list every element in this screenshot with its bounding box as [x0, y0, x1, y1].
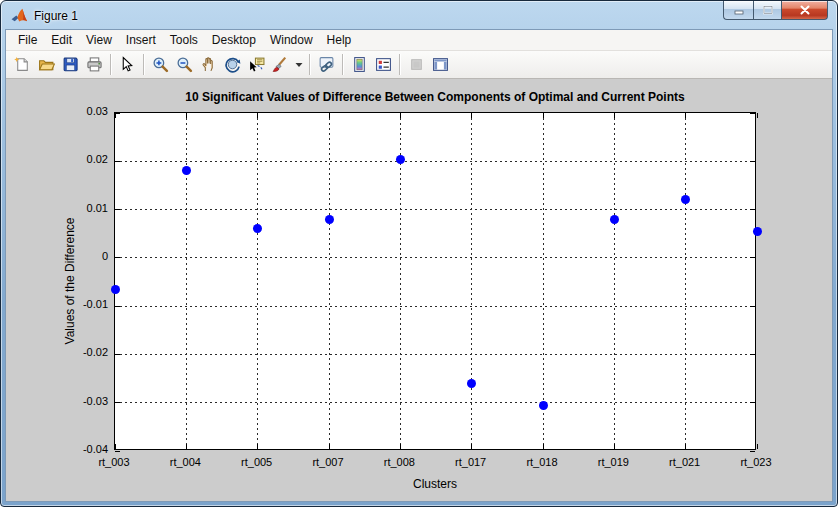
insert-legend-button[interactable]: [371, 53, 395, 77]
x-tick-label: rt_021: [645, 456, 725, 468]
x-tick-bottom: [543, 444, 544, 449]
x-tick-label: rt_005: [217, 456, 297, 468]
x-tick-bottom: [685, 444, 686, 449]
legend-icon: [375, 56, 392, 73]
x-tick-label: rt_019: [573, 456, 653, 468]
insert-colorbar-button[interactable]: [347, 53, 371, 77]
v-gridline: [257, 113, 258, 449]
menu-bar: FileEditViewInsertToolsDesktopWindowHelp: [6, 30, 832, 51]
save-figure-icon: [62, 56, 79, 73]
zoom-out-button[interactable]: [172, 53, 196, 77]
y-axis-label: Values of the Difference: [63, 218, 77, 345]
v-gridline: [543, 113, 544, 449]
toolbar-separator: [342, 54, 343, 75]
x-tick-bottom: [614, 444, 615, 449]
data-point[interactable]: [467, 379, 476, 388]
x-tick-top: [186, 113, 187, 118]
x-tick-top: [115, 113, 116, 118]
chevron-down-icon: [295, 62, 303, 68]
menu-item-desktop[interactable]: Desktop: [205, 31, 263, 50]
y-tick-left: [115, 257, 120, 258]
hide-plot-tools-button[interactable]: [404, 53, 428, 77]
x-tick-top: [257, 113, 258, 118]
menu-item-window[interactable]: Window: [263, 31, 320, 50]
y-tick-right: [750, 209, 755, 210]
h-gridline: [115, 209, 755, 210]
data-point[interactable]: [253, 224, 262, 233]
data-cursor-icon: [248, 56, 265, 73]
figure-client-area: FileEditViewInsertToolsDesktopWindowHelp: [5, 29, 833, 502]
figure-canvas: 10 Significant Values of Difference Betw…: [6, 79, 832, 502]
toolbar-separator: [399, 54, 400, 75]
plot-title: 10 Significant Values of Difference Betw…: [114, 90, 756, 104]
y-tick-right: [750, 402, 755, 403]
save-figure-button[interactable]: [58, 53, 82, 77]
x-tick-bottom: [400, 444, 401, 449]
show-plot-tools-button[interactable]: [428, 53, 452, 77]
y-tick-right: [750, 161, 755, 162]
y-tick-left: [115, 161, 120, 162]
maximize-button[interactable]: [753, 1, 782, 20]
data-point[interactable]: [182, 166, 191, 175]
close-button[interactable]: [782, 1, 828, 20]
colorbar-icon: [351, 56, 368, 73]
data-point[interactable]: [325, 215, 334, 224]
hide-plot-tools-icon: [408, 56, 425, 73]
h-gridline: [115, 306, 755, 307]
brush-dropdown-button[interactable]: [292, 53, 305, 77]
x-tick-top: [543, 113, 544, 118]
matlab-icon: [11, 8, 28, 25]
menu-item-tools[interactable]: Tools: [163, 31, 205, 50]
window-controls: [723, 1, 828, 20]
data-point[interactable]: [539, 401, 548, 410]
link-plot-icon: [318, 56, 335, 73]
open-file-button[interactable]: [34, 53, 58, 77]
link-plot-button[interactable]: [314, 53, 338, 77]
rotate-3d-button[interactable]: [220, 53, 244, 77]
brush-button[interactable]: [268, 53, 292, 77]
minimize-button[interactable]: [723, 1, 753, 20]
x-tick-label: rt_007: [288, 456, 368, 468]
print-figure-icon: [86, 56, 103, 73]
v-gridline: [186, 113, 187, 449]
y-tick-right: [750, 451, 755, 452]
x-tick-label: rt_003: [74, 456, 154, 468]
v-gridline: [614, 113, 615, 449]
data-point[interactable]: [111, 285, 120, 294]
h-gridline: [115, 257, 755, 258]
x-tick-bottom: [471, 444, 472, 449]
y-tick-left: [115, 354, 120, 355]
close-icon: [799, 5, 811, 15]
window-title: Figure 1: [34, 9, 78, 23]
data-cursor-button[interactable]: [244, 53, 268, 77]
plot-area[interactable]: [114, 112, 756, 450]
toolbar-separator: [110, 54, 111, 75]
edit-plot-button[interactable]: [115, 53, 139, 77]
data-point[interactable]: [753, 227, 762, 236]
menu-item-insert[interactable]: Insert: [119, 31, 163, 50]
v-gridline: [685, 113, 686, 449]
x-tick-bottom: [257, 444, 258, 449]
x-tick-label: rt_004: [145, 456, 225, 468]
x-tick-label: rt_018: [502, 456, 582, 468]
data-point[interactable]: [681, 195, 690, 204]
x-tick-top: [400, 113, 401, 118]
new-figure-button[interactable]: [10, 53, 34, 77]
rotate-3d-icon: [224, 56, 241, 73]
data-point[interactable]: [396, 155, 405, 164]
y-tick-right: [750, 354, 755, 355]
pan-button[interactable]: [196, 53, 220, 77]
data-point[interactable]: [610, 215, 619, 224]
print-figure-button[interactable]: [82, 53, 106, 77]
menu-item-view[interactable]: View: [79, 31, 119, 50]
h-gridline: [115, 402, 755, 403]
zoom-in-button[interactable]: [148, 53, 172, 77]
maximize-icon: [762, 5, 774, 15]
y-tick-label: -0.01: [34, 298, 108, 310]
menu-item-file[interactable]: File: [11, 31, 44, 50]
x-axis-label: Clusters: [114, 477, 756, 491]
title-bar[interactable]: Figure 1: [1, 1, 837, 29]
menu-item-edit[interactable]: Edit: [44, 31, 79, 50]
menu-item-help[interactable]: Help: [320, 31, 359, 50]
open-file-icon: [38, 56, 55, 73]
